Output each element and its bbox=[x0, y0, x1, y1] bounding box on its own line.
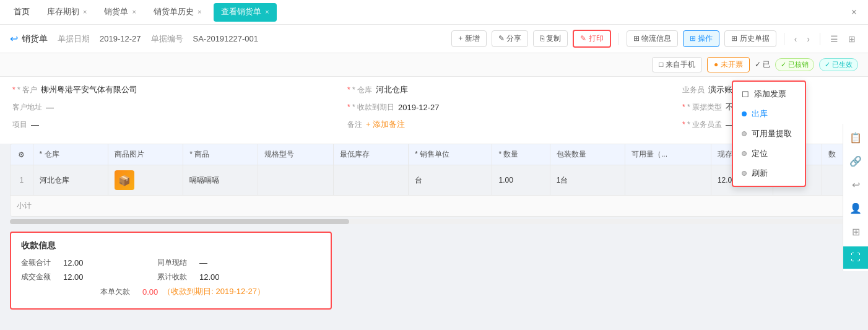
right-sidebar: 📋 🔗 ↩ 👤 ⊞ ⛶ bbox=[843, 124, 868, 271]
scrollbar-thumb bbox=[10, 219, 349, 224]
not-opened-button[interactable]: ● 未开票 bbox=[707, 57, 750, 72]
close-tab-history[interactable]: × bbox=[197, 8, 201, 15]
th-unit: * 销售单位 bbox=[409, 144, 492, 165]
subtotal-label: 小计 bbox=[11, 196, 857, 217]
form-row-3: 项目 — 备注 + 添加备注 * 业务员孟 — bbox=[12, 119, 856, 130]
document-header: ↩ 销货单 单据日期 2019-12-27 单据编号 SA-20191227-0… bbox=[0, 25, 868, 53]
arrears-note: （收款到期日: 2019-12-27） bbox=[163, 286, 265, 297]
share-button[interactable]: ✎ 分享 bbox=[492, 30, 528, 47]
nav-next-button[interactable]: › bbox=[804, 33, 812, 45]
checkbox-icon: ☐ bbox=[742, 90, 749, 99]
arrears-value: 0.00 bbox=[142, 287, 158, 297]
sub-action-bar: □ 来自手机 ● 未开票 ✓ 已 ✓ 已核销 ✓ 已生效 bbox=[0, 53, 868, 77]
close-tab-view[interactable]: × bbox=[265, 8, 269, 15]
dropdown-add-invoice[interactable]: ☐ 添加发票 bbox=[733, 84, 805, 104]
receipt-type-label: * 票据类型 bbox=[682, 102, 722, 113]
from-phone-button[interactable]: □ 来自手机 bbox=[652, 57, 702, 72]
arrears-label: 本单欠款 bbox=[100, 287, 137, 297]
transaction-field: 成交金额 12.00 bbox=[21, 272, 145, 282]
close-tab-inventory[interactable]: × bbox=[83, 8, 87, 15]
payment-date-value: 2019-12-27 bbox=[398, 103, 440, 112]
transaction-label: 成交金额 bbox=[21, 272, 58, 282]
payment-date-label: * 收款到期日 bbox=[347, 102, 394, 113]
bottom-section: 收款信息 金额合计 12.00 同单现结 — 成交金额 12.00 累计收款 1… bbox=[0, 224, 868, 317]
history-button[interactable]: ⊞ 历史单据 bbox=[724, 30, 776, 47]
doc-title-text: 销货单 bbox=[22, 33, 48, 45]
th-product: * 商品 bbox=[183, 144, 258, 165]
nav-prev-button[interactable]: ‹ bbox=[792, 33, 800, 45]
radio-icon bbox=[742, 131, 747, 136]
th-quantity: * 数量 bbox=[492, 144, 550, 165]
cumulative-field: 累计收款 12.00 bbox=[157, 272, 281, 282]
dropdown-outbound[interactable]: 出库 bbox=[733, 104, 805, 124]
operations-button[interactable]: ⊞ 操作 bbox=[683, 30, 719, 47]
logistics-button[interactable]: ⊞ 物流信息 bbox=[627, 30, 678, 47]
operations-dropdown: ☐ 添加发票 出库 可用量提取 定位 刷新 bbox=[732, 80, 806, 187]
customer-label: * 客户 bbox=[12, 85, 37, 95]
view-grid-button[interactable]: ⊞ bbox=[846, 33, 858, 45]
th-image: 商品图片 bbox=[108, 144, 183, 165]
payment-info-panel: 收款信息 金额合计 12.00 同单现结 — 成交金额 12.00 累计收款 1… bbox=[10, 232, 332, 310]
document-actions: + 新增 ✎ 分享 ⎘ 复制 ✎ 打印 ⊞ 物流信息 ⊞ 操作 ⊞ 历史单据 ‹… bbox=[451, 30, 858, 48]
payment-row-3: 本单欠款 0.00 （收款到期日: 2019-12-27） bbox=[21, 286, 321, 297]
dropdown-refresh[interactable]: 刷新 bbox=[733, 163, 805, 183]
row-spec bbox=[258, 165, 333, 196]
tab-view-sales[interactable]: 查看销货单 × bbox=[214, 3, 276, 22]
separator2 bbox=[784, 33, 784, 45]
available-label: 可用量提取 bbox=[752, 128, 792, 139]
close-window-button[interactable]: × bbox=[846, 7, 862, 18]
products-table: ⚙ * 仓库 商品图片 * 商品 规格型号 最低库存 * 销售单位 * 数量 包… bbox=[11, 144, 857, 216]
project-label: 项目 bbox=[12, 119, 27, 130]
copy-button[interactable]: ⎘ 复制 bbox=[533, 30, 568, 47]
same-order-label: 同单现结 bbox=[157, 258, 194, 268]
sidebar-user-icon[interactable]: 👤 bbox=[843, 197, 868, 219]
close-tab-sales[interactable]: × bbox=[132, 8, 136, 15]
tab-home[interactable]: 首页 bbox=[6, 0, 37, 25]
separator bbox=[618, 33, 619, 45]
add-note-button[interactable]: + 添加备注 bbox=[366, 119, 405, 130]
form-row-2: 客户地址 — * 收款到期日 2019-12-27 * 票据类型 不开票 bbox=[12, 102, 856, 113]
tab-sales-order[interactable]: 销货单 × bbox=[97, 0, 143, 25]
confirm-label: ✓ 已 bbox=[755, 59, 770, 70]
product-image: 📦 bbox=[115, 170, 134, 190]
view-list-button[interactable]: ☰ bbox=[828, 33, 841, 45]
row-unit: 台 bbox=[409, 165, 492, 196]
total-amount-field: 金额合计 12.00 bbox=[21, 258, 145, 268]
th-available: 可用量（... bbox=[625, 144, 711, 165]
tab-sales-history[interactable]: 销货单历史 × bbox=[146, 0, 209, 25]
add-invoice-label: 添加发票 bbox=[754, 89, 786, 100]
sidebar-return-icon[interactable]: ↩ bbox=[843, 173, 868, 196]
radio-selected-icon bbox=[742, 111, 747, 116]
cumulative-value: 12.00 bbox=[199, 272, 220, 282]
row-pack-qty: 1台 bbox=[550, 165, 625, 196]
note-field: 备注 + 添加备注 bbox=[347, 119, 521, 130]
same-order-value: — bbox=[199, 258, 207, 267]
row-available bbox=[625, 165, 711, 196]
sidebar-doc-icon[interactable]: 📋 bbox=[843, 126, 868, 149]
th-min-stock: 最低库存 bbox=[333, 144, 408, 165]
address-field: 客户地址 — bbox=[12, 102, 186, 113]
payment-title: 收款信息 bbox=[21, 240, 321, 251]
table-container: ⚙ * 仓库 商品图片 * 商品 规格型号 最低库存 * 销售单位 * 数量 包… bbox=[10, 144, 858, 217]
print-button[interactable]: ✎ 打印 bbox=[573, 30, 610, 48]
sidebar-expand-icon[interactable]: ⛶ bbox=[843, 246, 868, 269]
outbound-label: 出库 bbox=[752, 108, 768, 119]
dropdown-available[interactable]: 可用量提取 bbox=[733, 124, 805, 144]
address-value: — bbox=[46, 103, 54, 112]
sidebar-grid-icon[interactable]: ⊞ bbox=[843, 220, 868, 243]
th-settings[interactable]: ⚙ bbox=[11, 144, 33, 165]
horizontal-scrollbar[interactable] bbox=[10, 219, 858, 224]
dropdown-locate[interactable]: 定位 bbox=[733, 144, 805, 163]
document-title: ↩ 销货单 bbox=[10, 33, 48, 45]
subtotal-row: 小计 bbox=[11, 196, 857, 217]
number-value: SA-20191227-001 bbox=[193, 34, 259, 43]
row-num: 1 bbox=[11, 165, 33, 196]
sidebar-link-icon[interactable]: 🔗 bbox=[843, 150, 868, 172]
tab-inventory-init[interactable]: 库存期初 × bbox=[40, 0, 94, 25]
new-button[interactable]: + 新增 bbox=[451, 30, 486, 47]
customer-field: * 客户 柳州粤港平安气体有限公司 bbox=[12, 84, 186, 95]
date-value: 2019-12-27 bbox=[100, 34, 141, 43]
document-meta: 单据日期 2019-12-27 单据编号 SA-20191227-001 bbox=[58, 33, 258, 45]
warehouse-value: 河北仓库 bbox=[376, 84, 408, 95]
warehouse-field: * 仓库 河北仓库 bbox=[347, 84, 521, 95]
